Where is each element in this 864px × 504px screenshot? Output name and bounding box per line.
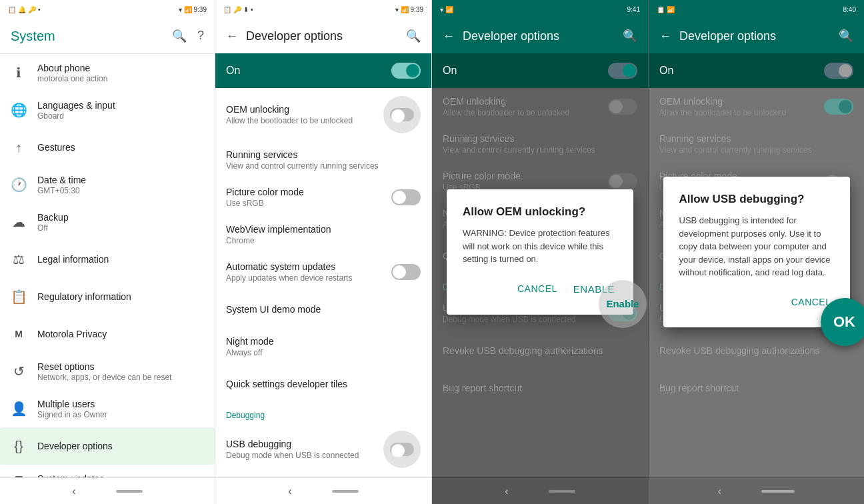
status-icons-left-p2: 📋 🔑 ⬇ • [223, 6, 253, 13]
back-nav-p1[interactable]: ‹ [72, 485, 75, 497]
panel-system: 📋 🔔 🔑 • ▾ 📶 9:39 System 🔍 ? ℹ About phon… [0, 0, 215, 504]
toolbar-p2: ← Developer options 🔍 [215, 19, 431, 53]
settings-list: ℹ About phone motorola one action 🌐 Lang… [0, 54, 215, 477]
picture-color-item-p2[interactable]: Picture color mode Use sRGB [215, 179, 431, 216]
auto-updates-toggle-p2[interactable] [391, 264, 421, 280]
usb-debugging-item-p2[interactable]: USB debugging Debug mode when USB is con… [215, 423, 431, 476]
oem-cancel-btn[interactable]: Cancel [515, 279, 560, 299]
system-title: System [11, 29, 164, 44]
usb-toggle-p2[interactable] [390, 443, 414, 456]
debugging-section-p2: Debugging [215, 403, 431, 423]
notification-icon2: 🔔 [18, 6, 26, 13]
ok-label: OK [833, 313, 855, 331]
users-icon: 👤 [11, 401, 27, 417]
info-icon: ℹ [11, 65, 27, 81]
webview-item-p2[interactable]: WebView implementation Chrome [215, 216, 431, 253]
settings-item-system-updates[interactable]: 📱 System updates Updated to Android 9 [0, 465, 215, 477]
status-bar-p2: 📋 🔑 ⬇ • ▾ 📶 9:39 [215, 0, 431, 19]
on-label-p2: On [226, 65, 240, 77]
pic-color-toggle-p2[interactable] [391, 189, 421, 205]
about-phone-subtitle: motorola one action [37, 74, 204, 83]
search-icon-p2[interactable]: 🔍 [406, 29, 421, 43]
settings-item-legal[interactable]: ⚖ Legal information [0, 241, 215, 278]
settings-item-gestures[interactable]: ↑ Gestures [0, 129, 215, 166]
system-icons-right: ▾ 📶 9:39 [179, 6, 207, 13]
help-icon-p1[interactable]: ? [197, 29, 204, 43]
languages-label: Languages & input [37, 100, 204, 111]
datetime-subtitle: GMT+05:30 [37, 186, 204, 195]
settings-item-backup[interactable]: ☁ Backup Off [0, 203, 215, 241]
legal-icon: ⚖ [11, 251, 27, 267]
wifi-p2: ▾ [395, 6, 399, 13]
languages-subtitle: Gboard [37, 111, 204, 121]
usb-dialog-title: Allow USB debugging? [679, 193, 834, 206]
developer-icon: {} [11, 439, 27, 454]
nav-bar-p1: ‹ [0, 477, 215, 504]
running-subtitle-p2: View and control currently running servi… [226, 161, 421, 171]
developer-toggle-p2[interactable] [391, 63, 421, 79]
oem-unlocking-item-p2[interactable]: OEM unlocking Allow the bootloader to be… [215, 88, 431, 141]
panel-developer: 📋 🔑 ⬇ • ▾ 📶 9:39 ← Developer options 🔍 O… [215, 0, 432, 504]
datetime-label: Date & time [37, 175, 204, 185]
oem-dialog-title: Allow OEM unlocking? [463, 205, 617, 219]
back-icon-p2[interactable]: ← [226, 29, 238, 43]
oem-toggle-p2[interactable] [390, 108, 414, 121]
settings-item-languages[interactable]: 🌐 Languages & input Gboard [0, 91, 215, 129]
settings-item-reset[interactable]: ↺ Reset options Network, apps, or device… [0, 353, 215, 390]
panel-usb-dialog: 📋 📶 8:40 ← Developer options 🔍 On OEM un… [649, 0, 864, 504]
reset-label: Reset options [37, 361, 204, 372]
qs-tiles-item-p2[interactable]: Quick settings developer tiles [215, 365, 431, 403]
reset-icon: ↺ [11, 363, 27, 379]
settings-item-regulatory[interactable]: 📋 Regulatory information [0, 278, 215, 315]
settings-item-developer[interactable]: {} Developer options [0, 427, 215, 465]
ui-demo-item-p2[interactable]: System UI demo mode [215, 291, 431, 328]
usb-dialog-actions: Cancel [679, 293, 834, 311]
moto-privacy-label: Motorola Privacy [37, 329, 204, 339]
oem-subtitle-p2: Allow the bootloader to be unlocked [226, 116, 383, 125]
moto-icon: M [11, 329, 27, 339]
toolbar-p1: System 🔍 ? [0, 19, 215, 53]
auto-updates-item-p2[interactable]: Automatic system updates Apply updates w… [215, 253, 431, 291]
wifi-icon: ▾ [179, 6, 182, 13]
legal-label: Legal information [37, 254, 204, 265]
dot-icon: • [38, 6, 41, 13]
dev-on-bar-p2: On [215, 53, 431, 88]
dev-options-title-p2: Developer options [246, 29, 398, 43]
oem-title-p2: OEM unlocking [226, 104, 383, 115]
usb-debug-title-p2: USB debugging [226, 439, 383, 449]
oem-dialog-overlay: Allow OEM unlocking? WARNING: Device pro… [432, 0, 648, 504]
webview-title-p2: WebView implementation [226, 224, 421, 235]
settings-item-datetime[interactable]: 🕐 Date & time GMT+05:30 [0, 166, 215, 203]
oem-toggle-circle-p2 [383, 96, 421, 133]
settings-item-users[interactable]: 👤 Multiple users Signed in as Owner [0, 390, 215, 427]
usb-debug-subtitle-p2: Debug mode when USB is connected [226, 451, 383, 460]
pic-color-title-p2: Picture color mode [226, 187, 391, 197]
night-mode-title-p2: Night mode [226, 336, 421, 347]
enable-circle-overlay: Enable [599, 280, 647, 328]
regulatory-icon: 📋 [11, 289, 27, 305]
running-services-item-p2[interactable]: Running services View and control curren… [215, 141, 431, 179]
gestures-label: Gestures [37, 142, 204, 153]
usb-dialog-overlay: Allow USB debugging? USB debugging is in… [649, 0, 864, 504]
settings-item-about[interactable]: ℹ About phone motorola one action [0, 54, 215, 91]
ok-circle[interactable]: OK [821, 298, 865, 346]
usb-dialog-body: USB debugging is intended for developmen… [679, 214, 834, 279]
download-icon-p2: ⬇ [243, 6, 249, 13]
oem-dialog-actions: Cancel Enable [463, 279, 617, 299]
night-mode-subtitle-p2: Always off [226, 348, 421, 357]
auto-updates-title-p2: Automatic system updates [226, 261, 391, 272]
notif-icon-p2: 📋 [223, 6, 231, 13]
search-icon-p1[interactable]: 🔍 [172, 29, 187, 43]
night-mode-item-p2[interactable]: Night mode Always off [215, 328, 431, 365]
usb-dialog: Allow USB debugging? USB debugging is in… [663, 177, 850, 327]
settings-item-moto-privacy[interactable]: M Motorola Privacy [0, 315, 215, 353]
system-icons-left: 📋 🔔 🔑 • [8, 6, 41, 13]
back-nav-p2[interactable]: ‹ [288, 485, 291, 497]
home-indicator-p1 [116, 490, 143, 493]
webview-subtitle-p2: Chrome [226, 236, 421, 245]
signal-icon: 📶 [184, 6, 192, 13]
language-icon: 🌐 [11, 102, 27, 118]
usb-dialog-container: Allow USB debugging? USB debugging is in… [663, 177, 850, 327]
users-subtitle: Signed in as Owner [37, 410, 204, 419]
running-title-p2: Running services [226, 149, 421, 160]
